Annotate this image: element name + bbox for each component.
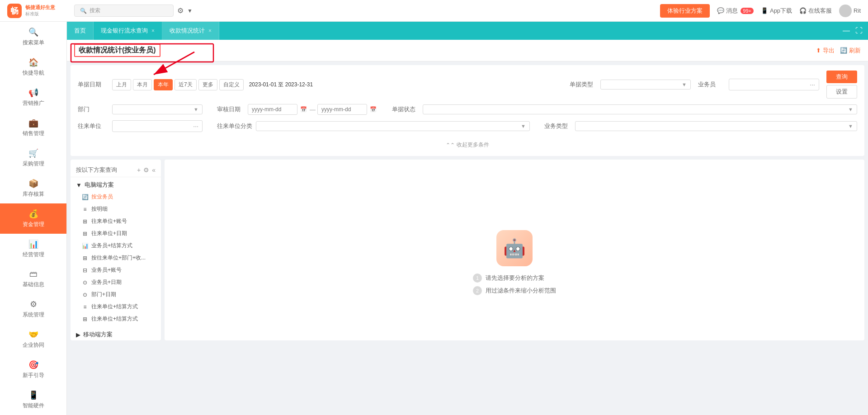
scheme-item-unit-payment2[interactable]: ⊞ 往来单位+结算方式 xyxy=(71,313,161,325)
sidebar-item-finance[interactable]: 💰 资金管理 xyxy=(0,203,66,234)
date-range-display: 2023-01-01 至 2023-12-31 xyxy=(249,81,313,89)
scheme-icon-unit-date: ⊞ xyxy=(81,230,89,237)
query-button[interactable]: 查询 xyxy=(826,71,857,83)
right-content: 🤖 1 请先选择要分析的方案 2 用过滤条件来缩小分析范围 xyxy=(165,160,864,340)
empty-steps: 1 请先选择要分析的方案 2 用过滤条件来缩小分析范围 xyxy=(473,274,556,295)
message-btn[interactable]: 💬 消息 99+ xyxy=(717,7,754,15)
review-date-to[interactable] xyxy=(317,104,367,115)
tab-receipts-close[interactable]: × xyxy=(208,28,212,34)
date-btn-this-year[interactable]: 本年 xyxy=(154,79,173,90)
mobile-section-label: 移动端方案 xyxy=(83,330,113,339)
scheme-item-dept-date[interactable]: ⊙ 部门+日期 xyxy=(71,288,161,301)
mobile-section-title[interactable]: ▶ 移动端方案 xyxy=(71,329,161,340)
tab-bank[interactable]: 现金银行流水查询 × xyxy=(94,22,162,40)
sidebar-item-sales[interactable]: 💼 销售管理 xyxy=(0,113,66,143)
online-service-btn[interactable]: 🎧 在线客服 xyxy=(799,7,832,15)
download-icon: 📱 xyxy=(761,7,768,14)
scheme-item-by-salesperson[interactable]: 🔄 按业务员 xyxy=(71,191,161,203)
export-button[interactable]: ⬆ 导出 xyxy=(816,47,835,55)
dept-label: 部门 xyxy=(78,105,105,113)
scheme-item-salesperson-payment[interactable]: 📊 业务员+结算方式 xyxy=(71,240,161,252)
scheme-item-unit-payment1[interactable]: ≡ 往来单位+结算方式 xyxy=(71,301,161,313)
scheme-item-salesperson-account[interactable]: ⊟ 业务员+账号 xyxy=(71,264,161,276)
salesperson-select[interactable]: ··· xyxy=(729,79,819,90)
scheme-item-by-detail[interactable]: ≡ 按明细 xyxy=(71,203,161,215)
counterpart-class-chevron: ▼ xyxy=(521,123,526,129)
counterpart-select[interactable]: ··· xyxy=(112,120,203,132)
biz-type-select[interactable]: ▼ xyxy=(575,121,857,131)
header-dropdown-icon[interactable]: ▼ xyxy=(187,8,193,14)
purchase-icon: 🛒 xyxy=(28,148,38,158)
operation-icon: 📊 xyxy=(28,239,38,249)
sidebar-item-search[interactable]: 🔍 搜索菜单 xyxy=(0,22,66,52)
pc-section-label: 电脑端方案 xyxy=(85,181,114,189)
date-btn-custom[interactable]: 自定义 xyxy=(219,79,244,90)
sales-icon: 💼 xyxy=(28,118,38,128)
sidebar-item-hardware[interactable]: 📱 智能硬件 xyxy=(0,385,66,415)
empty-step-2: 2 用过滤条件来缩小分析范围 xyxy=(473,286,556,295)
collapse-row[interactable]: ⌃⌃ 收起更多条件 xyxy=(78,137,857,151)
date-btn-this-month[interactable]: 本月 xyxy=(133,79,152,90)
refresh-button[interactable]: 🔄 刷新 xyxy=(840,47,861,55)
sidebar-item-baseinfo[interactable]: 🗃 基础信息 xyxy=(0,264,66,294)
date-btn-last-month[interactable]: 上月 xyxy=(112,79,131,90)
home-icon: 🏠 xyxy=(28,57,38,67)
salesperson-label: 业务员 xyxy=(698,80,725,89)
avatar xyxy=(839,5,852,17)
date-btn-7days[interactable]: 近7天 xyxy=(175,79,197,90)
sidebar-item-marketing[interactable]: 📢 营销推广 xyxy=(0,82,66,113)
voucher-type-label: 单据类型 xyxy=(570,80,597,89)
sidebar-item-enterprise[interactable]: 🤝 企业协同 xyxy=(0,324,66,354)
sidebar-item-operation[interactable]: 📊 经营管理 xyxy=(0,234,66,264)
tab-receipts[interactable]: 收款情况统计 × xyxy=(162,22,219,40)
panel-collapse-icon[interactable]: « xyxy=(152,166,156,174)
sidebar-label-enterprise: 企业协同 xyxy=(23,341,44,349)
scheme-icon-salesperson-payment: 📊 xyxy=(81,242,89,250)
window-minimize-btn[interactable]: — xyxy=(843,27,850,35)
scheme-item-unit-date[interactable]: ⊞ 往来单位+日期 xyxy=(71,227,161,240)
counterpart-class-select[interactable]: ▼ xyxy=(256,121,530,131)
scheme-item-unit-dept-income[interactable]: ⊞ 按往来单位+部门+收... xyxy=(71,252,161,264)
app-name: 畅捷通好生意 xyxy=(25,4,55,11)
counterpart-class-label: 往来单位分类 xyxy=(217,122,252,130)
review-date-from[interactable] xyxy=(248,104,297,115)
marketing-icon: 📢 xyxy=(28,88,38,98)
scheme-item-unit-account[interactable]: ⊞ 往来单位+账号 xyxy=(71,215,161,227)
action-buttons: 查询 设置 xyxy=(826,71,857,99)
sidebar-item-quicknav[interactable]: 🏠 快捷导航 xyxy=(0,52,66,82)
user-area[interactable]: Rit xyxy=(839,5,861,17)
voucher-type-select[interactable]: ▼ xyxy=(600,80,691,90)
refresh-label: 刷新 xyxy=(849,47,861,55)
panel-settings-icon[interactable]: ⚙ xyxy=(143,166,149,174)
dept-select[interactable]: ▼ xyxy=(112,104,203,114)
filter-area: 单据日期 上月 本月 本年 近7天 更多 自定义 2023-01-01 至 20… xyxy=(71,65,864,156)
search-bar[interactable]: 🔍 搜索 xyxy=(74,5,174,17)
settings-button[interactable]: 设置 xyxy=(826,85,857,99)
counterpart-more-icon[interactable]: ··· xyxy=(193,123,198,130)
step-text-2: 用过滤条件来缩小分析范围 xyxy=(486,287,556,295)
trial-button[interactable]: 体验行业方案 xyxy=(660,4,710,18)
baseinfo-icon: 🗃 xyxy=(29,269,38,279)
sidebar-item-guide[interactable]: 🎯 新手引导 xyxy=(0,354,66,385)
sidebar-item-inventory[interactable]: 📦 库存核算 xyxy=(0,173,66,203)
tab-bank-close[interactable]: × xyxy=(151,28,155,34)
app-version: 标准版 xyxy=(25,11,55,17)
header-settings-icon[interactable]: ⚙ xyxy=(177,6,184,15)
service-label: 在线客服 xyxy=(808,7,832,15)
pc-section-title[interactable]: ▼ 电脑端方案 xyxy=(71,179,161,191)
voucher-status-select[interactable]: ▼ xyxy=(423,104,857,114)
app-download-btn[interactable]: 📱 App下载 xyxy=(761,7,792,15)
date-btn-more[interactable]: 更多 xyxy=(198,79,217,90)
scheme-item-salesperson-date[interactable]: ⊙ 业务员+日期 xyxy=(71,276,161,288)
panel-add-icon[interactable]: + xyxy=(137,166,141,174)
window-maximize-btn[interactable]: ⛶ xyxy=(855,27,863,35)
tab-home[interactable]: 首页 xyxy=(67,22,94,40)
voucher-type-group: 单据类型 ▼ xyxy=(570,80,691,90)
sidebar-item-purchase[interactable]: 🛒 采购管理 xyxy=(0,143,66,173)
sidebar-label-search: 搜索菜单 xyxy=(23,39,44,47)
sidebar-label-inventory: 库存核算 xyxy=(23,190,44,198)
sidebar-item-system[interactable]: ⚙ 系统管理 xyxy=(0,294,66,324)
dept-chevron: ▼ xyxy=(193,107,198,112)
salesperson-more-icon[interactable]: ··· xyxy=(810,81,815,88)
scheme-label-salesperson-date: 业务员+日期 xyxy=(91,278,122,286)
